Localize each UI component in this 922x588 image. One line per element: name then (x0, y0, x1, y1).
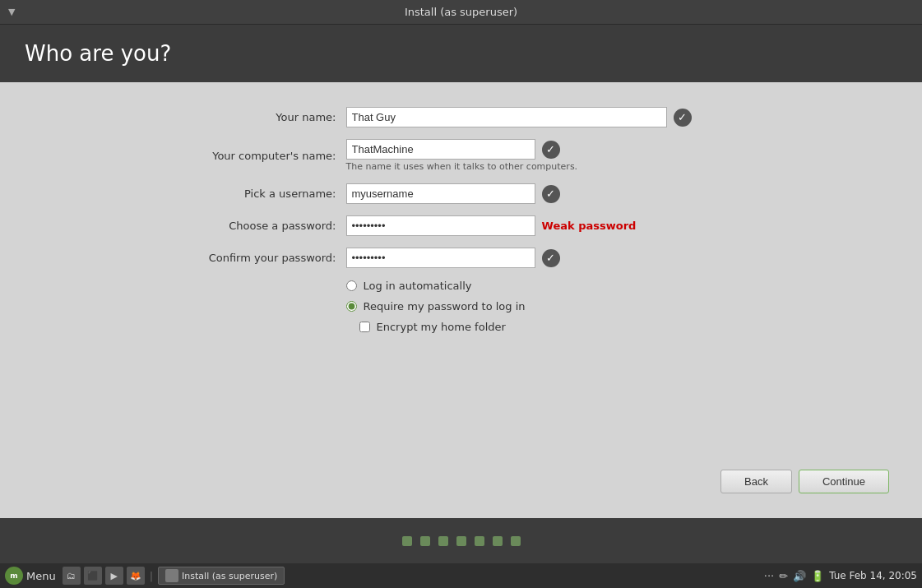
button-area: Back Continue (33, 470, 889, 493)
require-password-label[interactable]: Require my password to log in (364, 300, 526, 313)
title-bar: ▼ Install (as superuser) (0, 0, 922, 25)
your-name-valid-icon (674, 109, 692, 127)
progress-area (0, 518, 922, 563)
installer-window: Who are you? Your name: Your computer's … (0, 25, 922, 563)
computer-name-hint: The name it uses when it talks to other … (346, 161, 578, 172)
taskbar-window-title: Install (as superuser) (182, 571, 277, 581)
confirm-password-input[interactable] (346, 248, 535, 268)
encrypt-folder-label[interactable]: Encrypt my home folder (377, 321, 506, 333)
taskbar-datetime: Tue Feb 14, 20:05 (829, 570, 917, 581)
your-name-input-area (346, 107, 749, 127)
taskbar-pen-icon: ✏ (779, 570, 788, 582)
confirm-password-valid-icon (542, 249, 560, 267)
your-name-input[interactable] (346, 107, 667, 127)
username-valid-icon (542, 185, 560, 203)
computer-name-label: Your computer's name: (174, 150, 346, 162)
form-area: Your name: Your computer's name: (33, 107, 889, 453)
computer-name-input[interactable] (346, 139, 535, 160)
your-name-label: Your name: (174, 111, 346, 123)
title-bar-title: Install (as superuser) (405, 6, 517, 18)
computer-name-row: Your computer's name: The name it uses w… (174, 139, 749, 172)
taskbar: m Menu 🗂 ⬛ ▶ 🦊 | Install (as superuser) … (0, 563, 922, 588)
taskbar-console-icon[interactable]: ▶ (105, 567, 123, 585)
password-input[interactable] (346, 215, 535, 236)
taskbar-separator: | (150, 570, 153, 582)
taskbar-menu-label[interactable]: Menu (26, 570, 56, 582)
installer-content: Your name: Your computer's name: (0, 82, 922, 518)
encrypt-folder-checkbox[interactable] (359, 322, 370, 332)
computer-name-group: The name it uses when it talks to other … (346, 139, 578, 172)
continue-button[interactable]: Continue (799, 470, 889, 493)
confirm-password-row: Confirm your password: (174, 248, 749, 268)
progress-dot-6 (493, 536, 503, 546)
require-password-row: Require my password to log in (346, 300, 749, 313)
title-bar-menu-icon[interactable]: ▼ (8, 7, 15, 17)
computer-name-valid-icon (542, 141, 560, 159)
progress-dot-3 (438, 536, 448, 546)
progress-dot-4 (456, 536, 466, 546)
installer-header: Who are you? (0, 25, 922, 82)
confirm-password-input-area (346, 248, 749, 268)
taskbar-right-area: ··· ✏ 🔊 🔋 Tue Feb 14, 20:05 (764, 570, 917, 582)
password-label: Choose a password: (174, 220, 346, 232)
encrypt-folder-row: Encrypt my home folder (359, 321, 749, 333)
progress-dot-1 (402, 536, 412, 546)
password-row: Choose a password: Weak password (174, 215, 749, 236)
back-button[interactable]: Back (720, 470, 792, 493)
username-input[interactable] (346, 183, 535, 204)
progress-dot-5 (475, 536, 484, 546)
taskbar-battery-icon: 🔋 (811, 570, 824, 582)
login-auto-label[interactable]: Log in automatically (364, 280, 472, 292)
username-input-area (346, 183, 749, 204)
taskbar-volume-icon[interactable]: 🔊 (793, 570, 806, 582)
mint-logo-icon[interactable]: m (5, 567, 23, 585)
taskbar-window-button[interactable]: Install (as superuser) (158, 567, 285, 585)
password-strength-label: Weak password (542, 220, 637, 232)
confirm-password-label: Confirm your password: (174, 252, 346, 264)
password-input-area: Weak password (346, 215, 749, 236)
page-title: Who are you? (25, 41, 897, 66)
taskbar-window-icon (165, 569, 178, 582)
computer-name-input-area: The name it uses when it talks to other … (346, 139, 749, 172)
your-name-row: Your name: (174, 107, 749, 127)
taskbar-browser-icon[interactable]: 🦊 (127, 567, 145, 585)
taskbar-terminal-icon[interactable]: ⬛ (84, 567, 102, 585)
login-auto-row: Log in automatically (346, 280, 749, 292)
taskbar-dots-icon: ··· (764, 570, 774, 582)
progress-dot-7 (511, 536, 521, 546)
progress-dot-2 (420, 536, 430, 546)
username-row: Pick a username: (174, 183, 749, 204)
login-auto-radio[interactable] (346, 280, 357, 291)
require-password-radio[interactable] (346, 301, 357, 312)
taskbar-file-manager-icon[interactable]: 🗂 (63, 567, 81, 585)
form-table: Your name: Your computer's name: (174, 107, 749, 341)
username-label: Pick a username: (174, 188, 346, 200)
